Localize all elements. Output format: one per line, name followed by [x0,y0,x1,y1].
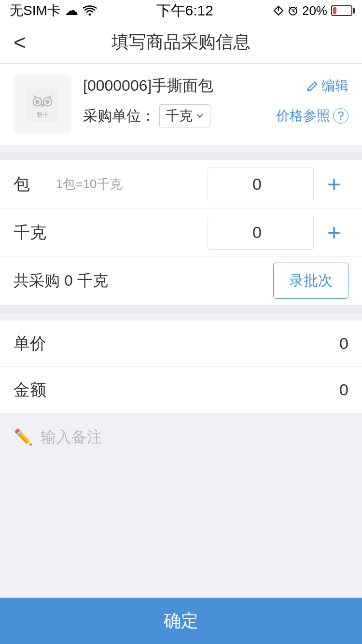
status-time: 下午6:12 [156,1,213,21]
kg-input[interactable] [208,216,314,250]
summary-amount: 0 [64,272,73,289]
amount-label: 金额 [14,379,46,401]
nav-bar: < 填写商品采购信息 [0,21,362,64]
alarm-icon [288,5,298,16]
bag-row: 包 1包=10千克 + [0,160,362,209]
product-image: 智十 [14,75,71,133]
unit-value: 千克 [166,107,193,125]
summary-prefix: 共采购 [14,272,60,289]
record-batch-button[interactable]: 录批次 [273,263,348,299]
back-button[interactable]: < [14,30,26,55]
product-card: 智十 [0000006]手撕面包 编辑 采购单位： 千克 [0,64,362,145]
battery-icon [331,5,352,16]
sim-status: 无SIM卡 ☁ [10,1,78,20]
svg-point-6 [45,99,50,104]
bag-plus-button[interactable]: + [320,170,348,199]
unit-select[interactable]: 千克 [159,104,210,127]
kg-row: 千克 + [0,209,362,257]
product-info: [0000006]手撕面包 编辑 采购单位： 千克 [83,75,348,127]
bag-sub-label: 1包=10千克 [56,176,122,193]
unit-label: 采购单位： [83,106,155,126]
summary-unit: 千克 [77,272,108,289]
bag-input[interactable] [208,168,314,201]
page-title: 填写商品采购信息 [111,30,251,54]
confirm-label: 确定 [164,609,198,633]
unit-price-label: 单价 [14,333,46,355]
section-divider-1 [0,153,362,160]
confirm-button[interactable]: 确定 [0,598,362,644]
edit-button[interactable]: 编辑 [306,77,348,95]
brand-logo: 智十 [26,87,59,121]
svg-text:智十: 智十 [37,112,48,118]
price-ref-label: 价格参照 [276,107,330,125]
price-ref-button[interactable]: 价格参照 ? [276,107,348,125]
edit-label: 编辑 [321,77,348,95]
unit-price-value: 0 [339,334,348,353]
chevron-down-icon [195,112,204,120]
kg-label: 千克 [14,222,52,244]
section-divider-2 [0,305,362,313]
status-left: 无SIM卡 ☁ [10,1,97,20]
help-icon: ? [333,108,348,124]
edit-icon [306,79,320,93]
svg-point-5 [35,99,40,104]
amount-value: 0 [339,380,348,399]
notes-section[interactable]: ✏️ 输入备注 [0,413,362,510]
product-name: [0000006]手撕面包 [83,75,213,97]
bag-label: 包 [14,173,52,196]
kg-plus-button[interactable]: + [320,218,348,247]
battery-percent: 20% [302,3,327,18]
status-bar: 无SIM卡 ☁ 下午6:12 20% [0,0,362,21]
price-section: 单价 0 金额 0 [0,321,362,413]
notes-placeholder: 输入备注 [41,427,102,448]
svg-point-0 [88,14,91,16]
summary-text: 共采购 0 千克 [14,270,108,292]
unit-price-row: 单价 0 [0,321,362,367]
amount-row: 金额 0 [0,367,362,413]
status-right: 20% [273,3,352,18]
pencil-icon: ✏️ [14,428,33,446]
location-icon [273,5,284,16]
summary-row: 共采购 0 千克 录批次 [0,257,362,305]
quantity-form: 包 1包=10千克 + 千克 + 共采购 0 千克 录批次 [0,160,362,305]
wifi-icon [83,5,97,16]
